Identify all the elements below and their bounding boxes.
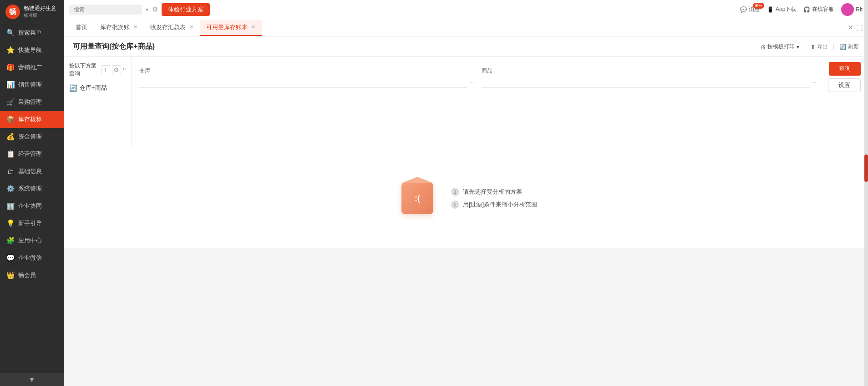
tab-batch[interactable]: 库存批次账 ✕ bbox=[94, 20, 144, 36]
sidebar-item-label: 库存核算 bbox=[18, 115, 42, 124]
tab-summary-close[interactable]: ✕ bbox=[189, 24, 193, 30]
sidebar-item-quicknav[interactable]: ⭐ 快捷导航 bbox=[0, 41, 64, 59]
filter-warehouse-label: 仓库 bbox=[139, 67, 474, 75]
sidebar-item-inventory[interactable]: 📦 库存核算 bbox=[0, 111, 64, 128]
brand: 畅 畅赣通好生意 标准版 bbox=[0, 0, 64, 24]
tab-home-label: 首页 bbox=[76, 23, 87, 31]
refresh-icon: 🔄 bbox=[839, 44, 846, 50]
inventory-icon: 📦 bbox=[6, 115, 15, 124]
settings-button[interactable]: 设置 bbox=[828, 78, 861, 92]
sales-icon: 📊 bbox=[6, 81, 15, 89]
newguide-icon: 💡 bbox=[6, 219, 15, 227]
tab-summary[interactable]: 收发存汇总表 ✕ bbox=[144, 20, 200, 36]
refresh-button[interactable]: 🔄 刷新 bbox=[839, 43, 859, 51]
sidebar-item-member[interactable]: 👑 畅会员 bbox=[0, 267, 64, 284]
quicknav-icon: ⭐ bbox=[6, 46, 15, 54]
tab-batch-close[interactable]: ✕ bbox=[133, 24, 137, 30]
page-title: 可用量查询(按仓库+商品) bbox=[73, 42, 155, 51]
finance-icon: 💰 bbox=[6, 133, 15, 141]
topbar-gear-icon[interactable]: ⚙ bbox=[152, 5, 158, 14]
filter-warehouse-more[interactable]: ··· bbox=[469, 79, 474, 85]
right-scrollbar[interactable] bbox=[864, 0, 868, 386]
purchase-icon: 🛒 bbox=[6, 98, 15, 106]
scheme-warehouse-goods[interactable]: 🔄 仓库+商品 bbox=[64, 81, 132, 95]
query-sidebar-collapse-button[interactable]: « bbox=[123, 65, 126, 74]
topbar-dropdown-arrow[interactable]: ▾ bbox=[146, 6, 148, 13]
sidebar-item-label: 基础信息 bbox=[18, 167, 42, 175]
topbar-search-input[interactable] bbox=[69, 5, 142, 15]
sidebar-item-label: 畅会员 bbox=[18, 271, 36, 279]
sidebar-item-label: 经营管理 bbox=[18, 150, 42, 158]
sidebar-item-label: 销售管理 bbox=[18, 81, 42, 89]
sidebar-item-sales[interactable]: 📊 销售管理 bbox=[0, 76, 64, 93]
topbar: ▾ ⚙ 体验行业方案 💬 消息 99+ 📱 App下载 🎧 在线客服 Rit bbox=[64, 0, 868, 19]
sidebar-item-appcenter[interactable]: 🧩 应用中心 bbox=[0, 232, 64, 249]
empty-text: 1 请先选择要分析的方案 2 用[过滤]条件来缩小分析范围 bbox=[451, 188, 537, 209]
tab-home[interactable]: 首页 bbox=[69, 20, 94, 36]
wxenterprise-icon: 💬 bbox=[6, 254, 15, 262]
sidebar-item-label: 采购管理 bbox=[18, 98, 42, 106]
filter-warehouse: 仓库 ··· bbox=[139, 67, 474, 87]
filter-warehouse-input[interactable] bbox=[139, 77, 467, 87]
query-sidebar-title: 按以下方案查询 bbox=[69, 62, 101, 77]
tabs-expand-button[interactable]: ⛶ bbox=[856, 24, 863, 31]
filter-goods-more[interactable]: ··· bbox=[812, 79, 816, 85]
sidebar-item-finance[interactable]: 💰 资金管理 bbox=[0, 128, 64, 145]
tab-summary-label: 收发存汇总表 bbox=[150, 23, 186, 31]
step1-text: 请先选择要分析的方案 bbox=[463, 188, 522, 196]
sidebar: 畅 畅赣通好生意 标准版 🔍 搜索菜单 ⭐ 快捷导航 🎁 营销推广 📊 销售管理… bbox=[0, 0, 64, 386]
scheme-icon: 🔄 bbox=[69, 84, 77, 92]
add-scheme-button[interactable]: + bbox=[101, 65, 110, 74]
print-dropdown-icon[interactable]: ▾ bbox=[797, 44, 799, 50]
divider-1 bbox=[805, 44, 805, 50]
sidebar-item-label: 企业微信 bbox=[18, 254, 42, 262]
basic-icon: 🗂 bbox=[6, 168, 15, 175]
empty-box-icon bbox=[401, 182, 433, 214]
divider-2 bbox=[833, 44, 834, 50]
sidebar-item-label: 应用中心 bbox=[18, 237, 42, 245]
tab-available-close[interactable]: ✕ bbox=[251, 24, 255, 30]
app-download-button[interactable]: 📱 App下载 bbox=[767, 5, 796, 13]
sidebar-item-newguide[interactable]: 💡 新手引导 bbox=[0, 215, 64, 232]
message-button[interactable]: 💬 消息 99+ bbox=[740, 5, 760, 13]
tab-batch-label: 库存批次账 bbox=[100, 23, 130, 31]
message-badge: 99+ bbox=[753, 3, 764, 9]
sidebar-item-enterprise[interactable]: 🏢 企业协同 bbox=[0, 197, 64, 215]
appcenter-icon: 🧩 bbox=[6, 237, 15, 245]
scrollbar-thumb[interactable] bbox=[864, 154, 868, 182]
topbar-industry-button[interactable]: 体验行业方案 bbox=[162, 3, 210, 16]
sidebar-scroll-down[interactable]: ▼ bbox=[0, 373, 64, 386]
online-service-button[interactable]: 🎧 在线客服 bbox=[803, 5, 834, 13]
query-button[interactable]: 查询 bbox=[829, 62, 861, 76]
tabs-close-all-button[interactable]: ✕ bbox=[848, 23, 853, 32]
filter-warehouse-input-row: ··· bbox=[139, 77, 474, 87]
sidebar-item-label: 快捷导航 bbox=[18, 46, 42, 54]
empty-illustration bbox=[395, 175, 440, 221]
query-main: 仓库 ··· 商品 ··· 查询 bbox=[132, 57, 868, 148]
scheme-settings-button[interactable]: ⚙ bbox=[112, 65, 121, 74]
avatar bbox=[841, 3, 854, 16]
sidebar-item-label: 系统管理 bbox=[18, 185, 42, 193]
sidebar-item-search[interactable]: 🔍 搜索菜单 bbox=[0, 24, 64, 41]
enterprise-icon: 🏢 bbox=[6, 202, 15, 210]
sidebar-item-wxenterprise[interactable]: 💬 企业微信 bbox=[0, 249, 64, 267]
print-label: 按模板打印 bbox=[767, 43, 795, 51]
tabs-bar: 首页 库存批次账 ✕ 收发存汇总表 ✕ 可用量库存账本 ✕ ✕ ⛶ bbox=[64, 19, 868, 36]
sidebar-item-marketing[interactable]: 🎁 营销推广 bbox=[0, 59, 64, 76]
user-profile-button[interactable]: Rit bbox=[841, 3, 863, 16]
tab-available[interactable]: 可用量库存账本 ✕ bbox=[200, 20, 262, 36]
filter-goods-input[interactable] bbox=[482, 77, 810, 87]
sidebar-item-label: 资金管理 bbox=[18, 133, 42, 141]
export-label: 导出 bbox=[817, 43, 828, 51]
step2-circle: 2 bbox=[451, 201, 459, 209]
topbar-right: 💬 消息 99+ 📱 App下载 🎧 在线客服 Rit bbox=[740, 3, 863, 16]
sidebar-item-system[interactable]: ⚙️ 系统管理 bbox=[0, 180, 64, 197]
empty-step2: 2 用[过滤]条件来缩小分析范围 bbox=[451, 201, 537, 209]
user-name: Rit bbox=[856, 6, 863, 13]
export-button[interactable]: ⬆ 导出 bbox=[811, 43, 828, 51]
print-button[interactable]: 🖨 按模板打印 ▾ bbox=[760, 43, 799, 51]
sidebar-item-operations[interactable]: 📋 经营管理 bbox=[0, 145, 64, 163]
sidebar-item-basic[interactable]: 🗂 基础信息 bbox=[0, 163, 64, 180]
sidebar-item-purchase[interactable]: 🛒 采购管理 bbox=[0, 93, 64, 111]
query-sidebar: 按以下方案查询 + ⚙ « 🔄 仓库+商品 bbox=[64, 57, 132, 148]
